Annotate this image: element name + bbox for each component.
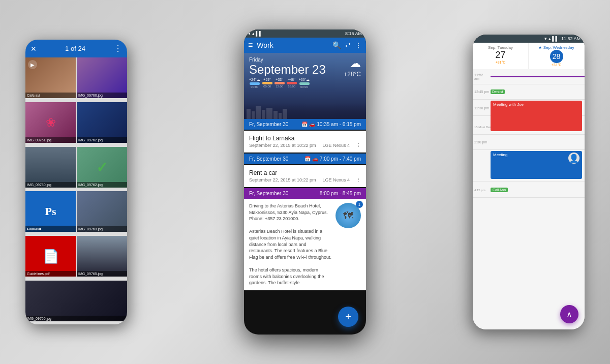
file-grid: ▶ Cafe.avi IMG_09760.jpg ❀ IMG_09761.jpg… xyxy=(25,57,127,324)
file-thumb-city[interactable]: IMG_09760.jpg xyxy=(25,147,76,188)
file-count: 1 of 24 xyxy=(65,45,85,52)
filename-check: IMG_09762.jpg xyxy=(77,182,127,188)
fab-icon: + xyxy=(345,311,351,323)
meeting-joe-label: Meeting with Joe xyxy=(493,102,580,107)
event1-title: Flight to Larnaka xyxy=(249,135,361,142)
event-header-1: Fr, September 30 📅 🚗 10:35 am - 6:15 pm xyxy=(244,119,366,130)
cal-day-27-temp: +31°C xyxy=(474,60,527,64)
calendar-icon: 📅 xyxy=(301,122,308,127)
dentist-event[interactable]: Dentist xyxy=(491,89,505,94)
event2-date: Fr, September 30 xyxy=(249,156,288,162)
file-thumb-pdf[interactable]: 📄 Guidelines.pdf xyxy=(25,236,76,277)
phone-right: ▾ ▴ ▌▌ 11:52 AM Sep, Tuesday 27 +31°C ★ … xyxy=(473,35,585,329)
filename-img2: IMG_09761.jpg xyxy=(25,137,76,143)
left-toolbar: ✕ 1 of 24 ⋮ xyxy=(25,40,127,57)
event-card-2[interactable]: Rent a car September 22, 2015 at 10:22 p… xyxy=(244,165,366,187)
event2-calendar-icon: 📅 xyxy=(304,156,311,162)
pdf-icon: 📄 xyxy=(43,249,59,264)
timeslot-230: 2:30 pm xyxy=(473,135,585,150)
filename-pdf: Guidelines.pdf xyxy=(25,271,76,277)
current-time-line xyxy=(491,76,585,77)
center-time: 8:15 AM xyxy=(345,31,362,36)
weather-day: Friday xyxy=(249,57,361,63)
file-thumb-ps[interactable]: Ps Logo.psd xyxy=(25,191,76,232)
event1-more[interactable]: ⋮ xyxy=(356,143,361,148)
cal-day-28-name: ★ Sep, Wednesday xyxy=(530,45,583,50)
timeslot-415: 4:15 pm Call Ann xyxy=(473,183,585,198)
meeting-joe-event[interactable]: Meeting with Joe xyxy=(491,101,582,131)
cal-day-28-temp: +33°C xyxy=(530,63,583,67)
meeting-event[interactable]: Meeting 👤 xyxy=(491,151,582,179)
file-thumb-dark[interactable]: IMG_09766.jpg xyxy=(25,281,127,321)
filename-img3: IMG_09762.jpg xyxy=(77,137,127,143)
file-thumb-img4[interactable]: IMG_09763.jpg xyxy=(77,191,127,232)
toolbar-title: Work xyxy=(257,41,332,49)
event-card-3[interactable]: Driving to the Asterias Beach Hotel, Mak… xyxy=(244,199,366,290)
time-label-415: 4:15 pm xyxy=(473,189,491,192)
event3-description: Driving to the Asterias Beach Hotel, Mak… xyxy=(249,203,331,286)
event2-time: 7:00 pm - 7:40 pm xyxy=(320,156,361,162)
filename-img4: IMG_09763.jpg xyxy=(77,226,127,232)
phone-center: ▾ ▴ ▌▌ 8:15 AM ≡ Work 🔍 ⇄ ⋮ ☁ Friday Sep… xyxy=(244,29,366,335)
map-thumbnail: 🗺 1 xyxy=(336,203,361,228)
file-thumb-cafe[interactable]: ▶ Cafe.avi xyxy=(25,57,76,98)
event1-time: 10:35 am - 6:15 pm xyxy=(317,122,361,127)
file-thumb-check[interactable]: IMG_09762.jpg xyxy=(77,147,127,188)
sync-icon[interactable]: ⇄ xyxy=(345,41,351,49)
timeslot-1152: 11:52 am xyxy=(473,69,585,84)
fab-button[interactable]: + xyxy=(338,307,358,327)
event2-device: LGE Nexus 4 xyxy=(323,177,350,183)
time-label-beautiful: 15 Most Beautiful Places... xyxy=(473,126,491,129)
file-thumb-img2[interactable]: ❀ IMG_09761.jpg xyxy=(25,102,76,143)
share-icon[interactable]: ⋮ xyxy=(114,44,122,53)
event1-date: Fr, September 30 xyxy=(249,122,288,127)
phones-container: ✕ 1 of 24 ⋮ ▶ Cafe.avi IMG_09760.jpg xyxy=(0,0,610,364)
car-icon: 🚗 xyxy=(309,122,315,127)
right-time: 11:52 AM xyxy=(561,36,581,41)
center-signal-icons: ▾ ▴ ▌▌ xyxy=(248,31,262,36)
calendar-body: 11:52 am 12:45 pm Dentist 12:30 pm xyxy=(473,69,585,329)
file-thumb-img1[interactable]: IMG_09760.jpg xyxy=(77,57,127,98)
filename-monument: IMG_09765.jpg xyxy=(77,271,127,277)
event3-date: Fr, September 30 xyxy=(249,191,288,196)
event3-time: 8:00 pm - 8:45 pm xyxy=(320,191,361,196)
file-thumb-monument[interactable]: IMG_09765.jpg xyxy=(77,236,127,277)
filename-ps: Logo.psd xyxy=(25,226,76,232)
event2-more[interactable]: ⋮ xyxy=(356,177,361,183)
cal-day-27: Sep, Tuesday 27 +31°C xyxy=(473,43,529,69)
meeting-label: Meeting xyxy=(493,153,507,157)
cal-day-28: ★ Sep, Wednesday 28 +33°C xyxy=(529,43,585,69)
cal-day-27-name: Sep, Tuesday xyxy=(474,45,527,50)
timeslot-1245: 12:45 pm Dentist xyxy=(473,84,585,100)
right-signal-icons: ▾ ▴ ▌▌ xyxy=(544,36,559,41)
event-card-1[interactable]: Flight to Larnaka September 22, 2015 at … xyxy=(244,131,366,153)
file-thumb-img3[interactable]: IMG_09762.jpg xyxy=(77,102,127,143)
ps-label: Ps xyxy=(45,205,56,218)
event2-meta-date: September 22, 2015 at 10:22 pm xyxy=(249,177,316,183)
filename-cafe: Cafe.avi xyxy=(25,93,76,98)
cal-day-28-num: 28 xyxy=(550,50,563,63)
close-icon[interactable]: ✕ xyxy=(30,45,37,53)
filename-dark: IMG_09766.jpg xyxy=(25,316,127,321)
search-icon[interactable]: 🔍 xyxy=(332,41,341,49)
event-header-2: Fr, September 30 📅 🚗 7:00 pm - 7:40 pm xyxy=(244,154,366,164)
event2-title: Rent a car xyxy=(249,169,361,176)
hourly-temps: +24°☁00:00 +29°05:00 +33°12:00 +48°18:00… xyxy=(249,78,361,88)
event1-meta-date: September 22, 2015 at 10:22 pm xyxy=(249,143,316,148)
cal-day-27-num: 27 xyxy=(474,50,527,60)
calendar-header: Sep, Tuesday 27 +31°C ★ Sep, Wednesday 2… xyxy=(473,43,585,69)
event2-car-icon: 🚗 xyxy=(312,156,318,162)
phone-left: ✕ 1 of 24 ⋮ ▶ Cafe.avi IMG_09760.jpg xyxy=(25,40,127,324)
event-header-3: Fr, September 30 8:00 pm - 8:45 pm xyxy=(244,188,366,199)
call-ann-event[interactable]: Call Ann xyxy=(491,188,508,192)
hamburger-icon[interactable]: ≡ xyxy=(248,41,253,50)
time-label-1230: 12:30 pm xyxy=(473,106,491,110)
time-label-1245: 12:45 pm xyxy=(473,90,491,94)
time-label-1152: 11:52 am xyxy=(473,73,488,80)
more-icon[interactable]: ⋮ xyxy=(355,41,362,49)
weather-temp: +28°C xyxy=(344,71,361,78)
fab-right-button[interactable]: ∧ xyxy=(560,305,578,323)
event1-device: LGE Nexus 4 xyxy=(323,143,350,148)
fab-right-icon: ∧ xyxy=(566,310,572,319)
filename-img1: IMG_09760.jpg xyxy=(77,93,127,98)
